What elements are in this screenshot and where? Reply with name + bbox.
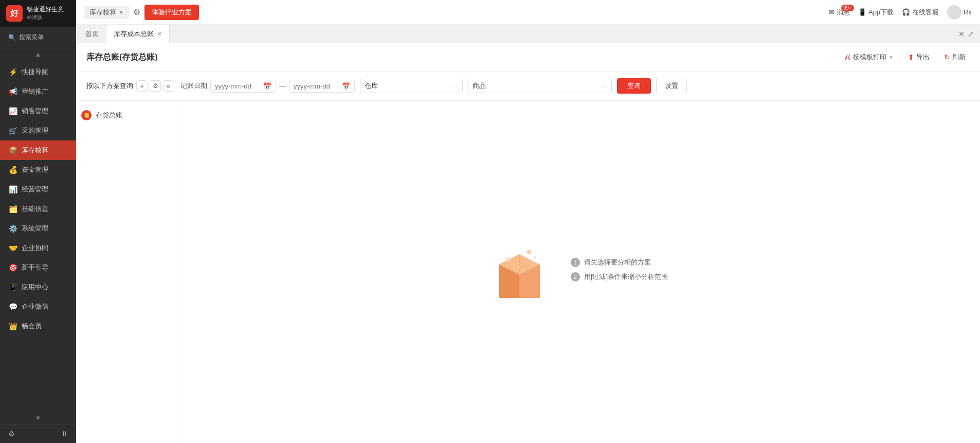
sidebar-item-basic[interactable]: 🗂️ 基础信息 — [0, 199, 76, 219]
page-content: 库存总账(存货总账) 🖨 按模板打印 ▼ ⬆ 导出 ↻ 刷新 — [76, 43, 980, 443]
svg-point-6 — [533, 256, 536, 259]
filter-settings-button[interactable]: ⚙ — [150, 80, 161, 92]
filter-bar: 按以下方案查询 + ⚙ « 记账日期 📅 — — [76, 72, 980, 101]
scroll-up-button[interactable]: ▲ — [0, 48, 76, 60]
sidebar-navigation: ⚡ 快捷导航 📢 营销推广 📈 销售管理 🛒 采购管理 📦 库存核算 💰 资金管… — [0, 60, 76, 412]
tab-inventory-cost-label: 库存成本总账 — [114, 29, 154, 39]
goods-select[interactable]: 商品 ··· — [468, 79, 612, 93]
logo-icon: 好 — [6, 5, 23, 22]
refresh-button[interactable]: ↻ 刷新 — [940, 50, 970, 64]
sidebar-item-system[interactable]: ⚙️ 系统管理 — [0, 219, 76, 238]
filter-collapse-button[interactable]: « — [163, 80, 174, 92]
system-icon: ⚙️ — [8, 224, 17, 233]
topbar-left: 库存核算 ▼ ⚙ 体验行业方案 — [84, 5, 823, 20]
newguide-icon: 🎯 — [8, 263, 17, 272]
search-menu-label: 搜索菜单 — [19, 33, 44, 42]
sidebar-item-label: 畅会员 — [22, 322, 42, 331]
sidebar-item-operations[interactable]: 📊 经营管理 — [0, 180, 76, 199]
page-header: 库存总账(存货总账) 🖨 按模板打印 ▼ ⬆ 导出 ↻ 刷新 — [76, 43, 980, 72]
sidebar-item-wechat[interactable]: 💬 企业微信 — [0, 297, 76, 316]
goods-label: 商品 — [473, 81, 486, 91]
page-title: 库存总账(存货总账) — [86, 52, 158, 63]
side-filter-inventory-ledger[interactable]: 📒 存货总账 — [76, 106, 176, 125]
filter-row: 记账日期 📅 — 📅 仓库 ··· — [180, 78, 970, 94]
tabbar: 首页 库存成本总账 ✕ ✕ ⤢ — [76, 25, 980, 43]
expand-panel-icon[interactable]: ⤢ — [968, 30, 974, 38]
date-end-input-wrap: 📅 — [289, 80, 355, 93]
warehouse-select[interactable]: 仓库 ··· — [360, 79, 463, 93]
wechat-icon: 💬 — [8, 303, 17, 311]
tab-inventory-cost[interactable]: 库存成本总账 ✕ — [106, 25, 170, 43]
sidebar-item-sales[interactable]: 📈 销售管理 — [0, 101, 76, 121]
sidebar-item-label: 企业微信 — [22, 302, 48, 311]
sidebar-item-purchase[interactable]: 🛒 采购管理 — [0, 121, 76, 140]
sidebar-item-enterprise[interactable]: 🤝 企业协同 — [0, 238, 76, 258]
warehouse-label: 仓库 — [365, 81, 378, 91]
topbar-right: ✉ 消息 99+ 📱 App下载 🎧 在线客服 Rit — [829, 5, 972, 20]
print-button[interactable]: 🖨 按模板打印 ▼ — [840, 50, 898, 64]
message-button[interactable]: ✉ 消息 99+ — [829, 8, 850, 17]
message-icon: ✉ — [829, 8, 834, 16]
filter-label: 按以下方案查询 — [86, 81, 133, 91]
date-start-input[interactable] — [215, 82, 261, 90]
date-start-input-wrap: 📅 — [210, 80, 276, 93]
topbar: 库存核算 ▼ ⚙ 体验行业方案 ✉ 消息 99+ 📱 App下载 🎧 在线客服 — [76, 0, 980, 25]
date-end-input[interactable] — [294, 82, 340, 90]
step-1-num: 1 — [571, 258, 580, 267]
calendar-end-icon[interactable]: 📅 — [342, 82, 350, 90]
marketing-icon: 📢 — [8, 87, 17, 96]
scroll-down-button[interactable]: ▼ — [0, 412, 76, 424]
appcenter-icon: 📱 — [8, 283, 17, 291]
message-badge: 99+ — [841, 5, 854, 11]
main-content: 库存核算 ▼ ⚙ 体验行业方案 ✉ 消息 99+ 📱 App下载 🎧 在线客服 — [76, 0, 980, 443]
search-menu-button[interactable]: 🔍 搜索菜单 — [5, 31, 71, 44]
vip-icon: 👑 — [8, 322, 17, 330]
online-service-label: 在线客服 — [912, 8, 939, 17]
sidebar-item-newguide[interactable]: 🎯 新手引导 — [0, 258, 76, 277]
close-panel-icon[interactable]: ✕ — [958, 30, 965, 38]
sidebar-item-appcenter[interactable]: 📱 应用中心 — [0, 277, 76, 297]
sidebar-item-vip[interactable]: 👑 畅会员 — [0, 316, 76, 336]
operations-icon: 📊 — [8, 185, 17, 193]
shortcut-icon: ⚡ — [8, 68, 17, 76]
tab-close-button[interactable]: ✕ — [157, 31, 162, 37]
sidebar-bottom: ⚙ ⏸ — [0, 424, 76, 443]
export-button[interactable]: ⬆ 导出 — [904, 50, 934, 64]
avatar — [947, 5, 961, 20]
step-2-num: 2 — [571, 272, 580, 281]
sidebar-item-label: 资金管理 — [22, 165, 48, 174]
sidebar-item-label: 销售管理 — [22, 107, 48, 116]
sales-icon: 📈 — [8, 107, 17, 115]
finance-icon: 💰 — [8, 166, 17, 174]
username-label: Rit — [964, 8, 972, 16]
breadcrumb-text: 库存核算 — [89, 8, 116, 17]
sidebar-search-area: 🔍 搜索菜单 — [0, 27, 76, 48]
calendar-start-icon[interactable]: 📅 — [263, 82, 271, 90]
toggle-sidebar-button[interactable]: ⏸ — [61, 430, 68, 438]
side-filter-item-label: 存货总账 — [96, 111, 122, 120]
settings-gear-icon[interactable]: ⚙ — [133, 7, 140, 17]
settings-icon[interactable]: ⚙ — [8, 430, 15, 438]
trial-industry-button[interactable]: 体验行业方案 — [144, 5, 199, 20]
app-download-label: App下载 — [868, 8, 894, 17]
filter-setting-button[interactable]: 设置 — [656, 78, 687, 94]
app-download-button[interactable]: 📱 App下载 — [858, 8, 894, 17]
basic-icon: 🗂️ — [8, 205, 17, 213]
query-button[interactable]: 查询 — [617, 78, 651, 94]
app-version: 标准版 — [27, 14, 64, 21]
empty-step-1: 1 请先选择要分析的方案 — [571, 258, 668, 267]
sidebar-item-marketing[interactable]: 📢 营销推广 — [0, 82, 76, 101]
sidebar-item-label: 库存核算 — [22, 146, 48, 155]
tab-home[interactable]: 首页 — [78, 25, 106, 43]
user-menu-button[interactable]: Rit — [947, 5, 972, 20]
side-filter-panel: 📒 存货总账 — [76, 101, 176, 443]
filter-add-button[interactable]: + — [136, 80, 148, 92]
ledger-icon: 📒 — [81, 110, 92, 120]
sidebar-item-label: 营销推广 — [22, 87, 48, 96]
sidebar-item-inventory[interactable]: 📦 库存核算 — [0, 140, 76, 160]
sidebar-item-shortcut[interactable]: ⚡ 快捷导航 — [0, 62, 76, 82]
online-service-button[interactable]: 🎧 在线客服 — [902, 8, 939, 17]
print-arrow-icon: ▼ — [888, 55, 894, 60]
sidebar-item-finance[interactable]: 💰 资金管理 — [0, 160, 76, 180]
empty-state-svg — [488, 239, 555, 306]
